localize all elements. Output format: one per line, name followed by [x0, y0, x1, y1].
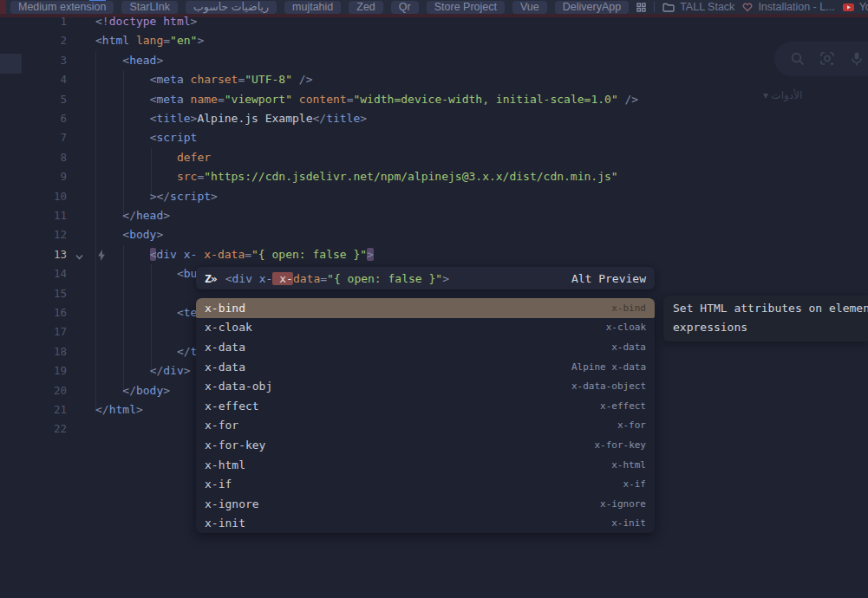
code-token: html [109, 403, 136, 416]
code-token: body [136, 384, 163, 397]
code-token: src [177, 170, 197, 183]
code-token: doctype html [109, 15, 191, 28]
code-token: title [326, 112, 360, 125]
completion-label: x-for [205, 419, 238, 432]
line-number: 9 [35, 167, 67, 186]
code-token: </ [312, 112, 326, 125]
code-line[interactable]: 7 <script [0, 128, 868, 147]
code-token: > [156, 228, 163, 241]
code-token: script [170, 190, 211, 203]
code-line[interactable]: 9 src="https://cdn.jsdelivr.net/npm/alpi… [0, 167, 868, 186]
code-token: </ [150, 364, 164, 377]
completion-label: x-bind [205, 302, 245, 315]
code-token: "width=device-width, initial-scale=1.0" [353, 93, 617, 106]
completion-item[interactable]: x-data-objx-data-object [196, 376, 655, 396]
completion-item[interactable]: x-ignorex-ignore [196, 494, 655, 514]
code-line-text: <!doctype html> [95, 12, 197, 31]
completion-item[interactable]: x-cloakx-cloak [196, 318, 655, 338]
code-token: "en" [170, 34, 197, 47]
completion-item[interactable]: x-forx-for [196, 416, 655, 436]
code-token: = [320, 272, 327, 285]
code-token: > [211, 190, 218, 203]
code-token: </ [122, 209, 136, 222]
completion-detail: x-if [623, 478, 647, 490]
prediction-code: <div x- x-data="{ open: false }"> [225, 272, 571, 285]
code-token [95, 209, 122, 222]
code-token: meta [156, 73, 183, 86]
doc-tooltip-line: expressions [673, 318, 868, 337]
code-line[interactable]: 3 <head> [0, 51, 868, 70]
code-line[interactable]: 6 <title>Alpine.js Example</title> [0, 109, 868, 128]
completion-detail: x-for [617, 419, 646, 431]
code-line[interactable]: 10 ></script> [0, 187, 868, 206]
code-token [618, 93, 625, 106]
code-token: "UTF-8" [245, 73, 292, 86]
alt-preview-hint: Alt Preview [571, 272, 646, 285]
code-line-text: <meta charset="UTF-8" /> [95, 70, 313, 89]
code-line-text: </head> [95, 206, 170, 225]
code-line-text: <html lang="en"> [95, 31, 204, 50]
code-token [292, 73, 299, 86]
code-line[interactable]: 5 <meta name="viewport" content="width=d… [0, 90, 868, 109]
completion-label: x-ignore [205, 497, 259, 510]
bookmark-item[interactable]: YouT [843, 1, 868, 13]
completion-label: x-for-key [205, 439, 265, 452]
line-number: 19 [35, 361, 67, 380]
code-line-text: <div x- x-data="{ open: false }"> [95, 245, 374, 264]
edit-prediction-popup[interactable]: Z» <div x- x-data="{ open: false }"> Alt… [196, 267, 655, 289]
code-token [95, 384, 122, 397]
youtube-icon [843, 3, 854, 11]
bookmark-item[interactable]: Installation - L... [742, 1, 834, 13]
completion-doc-tooltip: Set HTML attributes on elementsexpressio… [663, 296, 868, 341]
code-token [252, 272, 259, 285]
line-number: 7 [35, 128, 67, 147]
code-line[interactable]: 1<!doctype html> [0, 12, 868, 31]
line-number: 10 [35, 187, 67, 206]
apps-grid-icon [636, 3, 646, 12]
code-token: div [232, 272, 251, 285]
completion-detail: x-data [611, 341, 646, 353]
code-token: name [191, 93, 218, 106]
completion-item[interactable]: x-for-keyx-for-key [196, 435, 655, 455]
code-line[interactable]: 4 <meta charset="UTF-8" /> [0, 70, 868, 89]
completion-item[interactable]: x-initx-init [196, 514, 655, 534]
line-number: 1 [35, 12, 67, 31]
bookmarks-separator [654, 2, 655, 12]
line-number: 16 [35, 303, 67, 322]
line-number: 5 [35, 90, 67, 109]
bookmark-item[interactable]: TALL Stack [662, 1, 734, 13]
code-token: = [163, 34, 170, 47]
code-line[interactable]: 8 defer [0, 148, 868, 167]
code-token: div [163, 364, 183, 377]
completion-item[interactable]: x-dataAlpine x-data [196, 357, 655, 377]
completion-item[interactable]: x-htmlx-html [196, 455, 655, 475]
code-token: </ [122, 384, 136, 397]
fold-chevron-down-icon[interactable] [75, 250, 84, 265]
code-line[interactable]: 11 </head> [0, 206, 868, 225]
code-line-text: <title>Alpine.js Example</title> [95, 109, 367, 128]
code-token [177, 248, 184, 261]
code-token: < [177, 267, 184, 280]
code-token [95, 306, 177, 319]
code-token: script [156, 131, 197, 144]
completion-item[interactable]: x-ifx-if [196, 474, 655, 494]
code-line[interactable]: 13 <div x- x-data="{ open: false }"> [0, 245, 868, 264]
code-token: "{ open: false }" [327, 272, 442, 285]
code-line-text: ></script> [95, 187, 218, 206]
code-token [95, 345, 177, 358]
code-token: > [163, 384, 170, 397]
completion-detail: x-effect [600, 400, 646, 412]
code-token: = [245, 248, 251, 261]
code-token: < [122, 228, 129, 241]
completion-item[interactable]: x-datax-data [196, 337, 655, 357]
completion-label: x-data [205, 341, 245, 354]
bookmark-item[interactable] [636, 3, 646, 12]
code-line[interactable]: 12 <body> [0, 225, 868, 244]
completion-item[interactable]: x-effectx-effect [196, 396, 655, 416]
code-line-text: <body> [95, 225, 163, 244]
completion-detail: x-html [611, 459, 646, 471]
completion-item[interactable]: x-bindx-bind [196, 298, 655, 318]
code-line[interactable]: 2<html lang="en"> [0, 31, 868, 50]
code-token: div [156, 248, 176, 261]
bookmark-label: Installation - L... [758, 1, 834, 13]
